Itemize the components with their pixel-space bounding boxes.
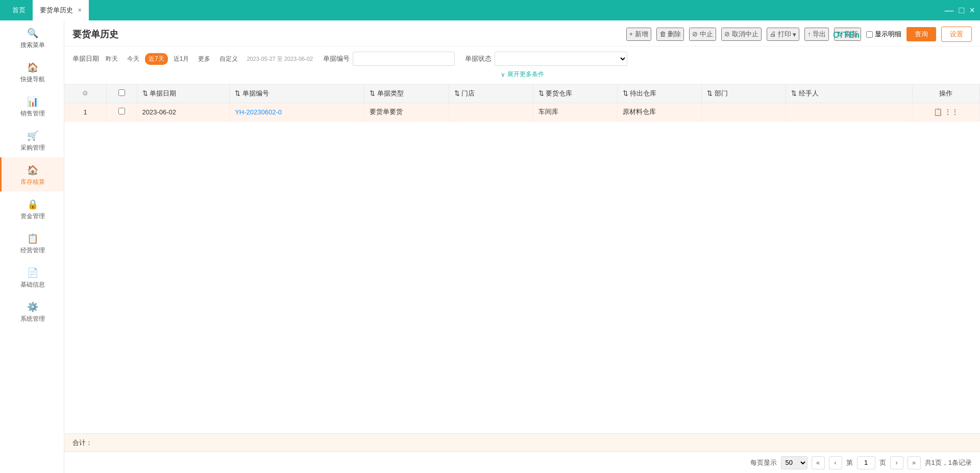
first-page-button[interactable]: «	[812, 456, 825, 469]
row-type: 要货单要货	[364, 103, 449, 121]
sidebar-item-search-menu-label: 搜索菜单	[20, 41, 45, 50]
row-code-link[interactable]: YH-20230602-0	[235, 108, 282, 116]
show-detail-checkbox[interactable]	[866, 31, 873, 38]
code-column-label: ⇅ 单据编号	[235, 89, 269, 97]
date-btn-custom[interactable]: 自定义	[216, 53, 241, 65]
new-button[interactable]: + 新增	[626, 28, 651, 41]
operation-icon: 📋	[27, 233, 38, 244]
expand-more-btn[interactable]: ∨ 展开更多条件	[72, 70, 972, 79]
date-btn-more[interactable]: 更多	[194, 53, 214, 65]
last-page-button[interactable]: »	[908, 456, 921, 469]
sidebar-item-purchase[interactable]: 🛒 采购管理	[0, 123, 64, 157]
row-warehouse: 车间库	[533, 103, 617, 121]
window-maximize-icon[interactable]: □	[959, 5, 965, 16]
pagination: 每页显示 20 50 100 « ‹ 第 页 › » 共1页，1条记录	[64, 452, 980, 473]
date-btn-7days[interactable]: 近7天	[145, 53, 168, 65]
jump-prefix: 第	[846, 458, 853, 467]
doc-number-input[interactable]	[353, 52, 455, 66]
sidebar: 🔍 搜索菜单 🏠 快捷导航 📊 销售管理 🛒 采购管理 🏠 库存核算 🔒 资金管…	[0, 20, 64, 473]
sidebar-item-inventory[interactable]: 🏠 库存核算	[0, 157, 64, 192]
window-close-icon[interactable]: ×	[969, 5, 975, 16]
show-detail-label: 显示明细	[875, 30, 901, 39]
pending-column-header: ⇅ 待出仓库	[617, 84, 701, 103]
content-area: 要货单历史 + 新增 🗑 删除 ⊘ 中止 ⊘ 取消中止 🖨 打印 ▾ ↑ 导出 …	[64, 20, 980, 473]
dept-column-header: ⇅ 部门	[701, 84, 786, 103]
tab-home[interactable]: 首页	[5, 0, 33, 20]
sidebar-item-system[interactable]: ⚙️ 系统管理	[0, 294, 64, 328]
row-more-icon[interactable]: ⋮⋮	[944, 108, 959, 116]
date-column-header: ⇅ 单据日期	[137, 84, 230, 103]
page-title: 要货单历史	[72, 28, 626, 40]
type-column-label: ⇅ 单据类型	[370, 89, 404, 97]
doc-number-filter-item: 单据编号	[323, 52, 455, 66]
sidebar-item-finance-label: 资金管理	[20, 212, 45, 221]
sidebar-item-quick-nav[interactable]: 🏠 快捷导航	[0, 55, 64, 89]
tab-active[interactable]: 要货单历史 ×	[33, 0, 89, 20]
sidebar-item-quick-nav-label: 快捷导航	[20, 75, 45, 84]
doc-number-label: 单据编号	[323, 54, 350, 63]
row-edit-icon[interactable]: 📋	[934, 108, 942, 116]
query-button[interactable]: 查询	[906, 27, 936, 41]
filter-area: 单据日期 昨天 今天 近7天 近1月 更多 自定义 2023-05-27 至 2…	[64, 46, 980, 84]
sales-icon: 📊	[27, 96, 38, 107]
cancel-stop-button[interactable]: ⊘ 取消中止	[721, 28, 762, 41]
show-detail-toggle[interactable]: 显示明细	[866, 30, 901, 39]
stop-button[interactable]: ⊘ 中止	[689, 28, 716, 41]
table-container: ⚙ ⇅ 单据日期 ⇅ 单据编号 ⇅ 单据类型	[64, 84, 980, 433]
filter-row: 单据日期 昨天 今天 近7天 近1月 更多 自定义 2023-05-27 至 2…	[72, 52, 972, 66]
row-shop	[449, 103, 533, 121]
window-minimize-icon[interactable]: —	[945, 5, 954, 16]
handler-column-label: ⇅ 经手人	[791, 89, 819, 97]
sidebar-item-inventory-label: 库存核算	[20, 178, 45, 186]
row-code: YH-20230602-0	[230, 103, 364, 121]
sidebar-item-search-menu[interactable]: 🔍 搜索菜单	[0, 20, 64, 55]
row-index: 1	[64, 103, 107, 121]
prev-page-button[interactable]: ‹	[829, 456, 842, 469]
per-page-select[interactable]: 20 50 100	[781, 456, 807, 469]
sidebar-item-sales-label: 销售管理	[20, 109, 45, 118]
date-range-display: 2023-05-27 至 2023-06-02	[247, 55, 313, 63]
doc-status-select[interactable]	[495, 52, 627, 66]
window-controls: — □ ×	[945, 5, 975, 16]
toolbar: + 新增 🗑 删除 ⊘ 中止 ⊘ 取消中止 🖨 打印 ▾ ↑ 导出 ↻ 刷新 显…	[626, 27, 972, 42]
tab-close-icon[interactable]: ×	[78, 7, 82, 14]
ops-column-header: 操作	[912, 84, 979, 103]
search-menu-icon: 🔍	[27, 28, 38, 39]
sidebar-item-basic-info[interactable]: 📄 基础信息	[0, 260, 64, 294]
settings-column-header: ⚙	[64, 84, 107, 103]
export-button[interactable]: ↑ 导出	[804, 28, 829, 41]
date-filter-options: 昨天 今天 近7天 近1月 更多 自定义	[102, 53, 241, 65]
print-button[interactable]: 🖨 打印 ▾	[767, 28, 800, 41]
table-header-row: ⚙ ⇅ 单据日期 ⇅ 单据编号 ⇅ 单据类型	[64, 84, 980, 103]
code-column-header: ⇅ 单据编号	[230, 84, 364, 103]
row-checkbox[interactable]	[118, 108, 125, 114]
row-checkbox-cell	[107, 103, 137, 121]
type-column-header: ⇅ 单据类型	[364, 84, 449, 103]
date-btn-yesterday[interactable]: 昨天	[102, 53, 121, 65]
delete-button[interactable]: 🗑 删除	[656, 28, 684, 41]
finance-icon: 🔒	[27, 199, 38, 210]
expand-more-label: 展开更多条件	[507, 70, 544, 79]
date-btn-1month[interactable]: 近1月	[170, 53, 193, 65]
date-btn-today[interactable]: 今天	[124, 53, 143, 65]
table-row: 1 2023-06-02 YH-20230602-0 要货单要货 车间库 原材料…	[64, 103, 980, 121]
pending-column-label: ⇅ 待出仓库	[623, 89, 657, 97]
gear-icon[interactable]: ⚙	[82, 89, 88, 97]
sidebar-item-operation[interactable]: 📋 经营管理	[0, 226, 64, 260]
checkbox-column-header	[107, 84, 137, 103]
sidebar-item-operation-label: 经营管理	[20, 246, 45, 255]
refresh-button[interactable]: ↻ 刷新	[834, 28, 861, 41]
shop-column-label: ⇅ 门店	[454, 89, 475, 97]
page-number-input[interactable]	[857, 456, 875, 469]
sidebar-item-purchase-label: 采购管理	[20, 144, 45, 152]
main-table: ⚙ ⇅ 单据日期 ⇅ 单据编号 ⇅ 单据类型	[64, 84, 980, 122]
next-page-button[interactable]: ›	[890, 456, 903, 469]
sidebar-item-finance[interactable]: 🔒 资金管理	[0, 192, 64, 226]
settings-button[interactable]: 设置	[941, 27, 972, 42]
summary-label: 合计：	[72, 438, 92, 447]
select-all-checkbox[interactable]	[118, 89, 125, 96]
sidebar-item-sales[interactable]: 📊 销售管理	[0, 89, 64, 123]
date-filter-item: 单据日期 昨天 今天 近7天 近1月 更多 自定义 2023-05-27 至 2…	[72, 53, 313, 65]
row-date: 2023-06-02	[137, 103, 230, 121]
main-layout: 🔍 搜索菜单 🏠 快捷导航 📊 销售管理 🛒 采购管理 🏠 库存核算 🔒 资金管…	[0, 20, 980, 473]
